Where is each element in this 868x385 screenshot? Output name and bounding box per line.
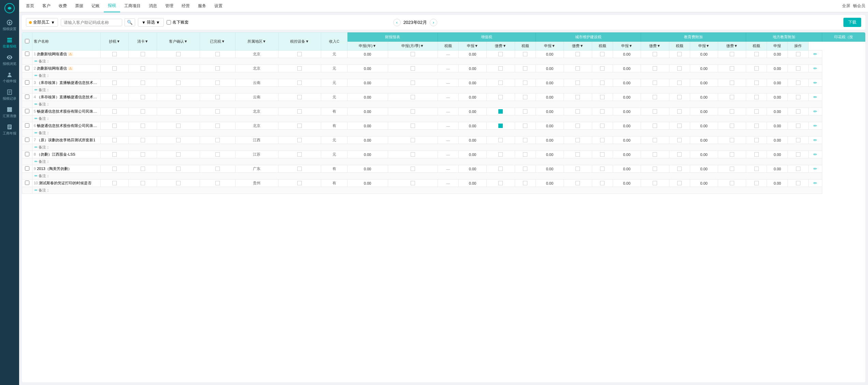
urban-report-cb[interactable] — [575, 95, 580, 99]
note-edit-icon[interactable]: ✏ — [34, 59, 38, 63]
vat-report-cb[interactable] — [498, 181, 503, 185]
confirm-checkbox[interactable] — [176, 124, 181, 128]
edit-icon[interactable]: ✏ — [813, 152, 817, 157]
copy-tax-checkbox[interactable] — [112, 167, 117, 171]
local-report-cb[interactable] — [730, 124, 734, 128]
nav-bookkeeping[interactable]: 记账 — [87, 0, 104, 12]
local-report-cb[interactable] — [730, 181, 734, 185]
row-checkbox[interactable] — [25, 152, 29, 156]
edu-report-cb[interactable] — [653, 124, 657, 128]
local-report-cb[interactable] — [730, 152, 734, 157]
device-checkbox[interactable] — [297, 66, 302, 71]
device-checkbox[interactable] — [297, 109, 302, 114]
vat-pay-cb[interactable] — [523, 124, 527, 128]
local-report-cb[interactable] — [730, 81, 734, 85]
paid-checkbox[interactable] — [215, 138, 220, 142]
local-report-cb[interactable] — [730, 95, 734, 99]
edit-icon[interactable]: ✏ — [813, 80, 817, 85]
clear-card-checkbox[interactable] — [141, 81, 145, 85]
confirm-checkbox[interactable] — [176, 109, 181, 114]
note-edit-icon[interactable]: ✏ — [34, 88, 38, 92]
device-checkbox[interactable] — [297, 81, 302, 85]
nav-customer[interactable]: 客户 — [38, 0, 55, 12]
stamp-report-cb[interactable] — [796, 66, 800, 71]
paid-checkbox[interactable] — [215, 152, 220, 157]
edu-pay-cb[interactable] — [677, 95, 682, 99]
urban-pay-cb[interactable] — [600, 124, 604, 128]
report-year-checkbox[interactable] — [411, 124, 415, 128]
confirm-checkbox[interactable] — [176, 152, 181, 157]
edit-icon[interactable]: ✏ — [813, 66, 817, 71]
local-pay-cb[interactable] — [754, 95, 759, 99]
clear-card-checkbox[interactable] — [141, 95, 145, 99]
name-list-checkbox[interactable] — [167, 20, 171, 25]
sidebar-item-personal-tax[interactable]: 个税申报 — [0, 69, 19, 86]
urban-pay-cb[interactable] — [600, 181, 604, 185]
vat-report-cb[interactable] — [498, 52, 503, 56]
vat-pay-cb[interactable] — [523, 52, 527, 56]
stamp-report-cb[interactable] — [796, 52, 800, 56]
urban-report-cb[interactable] — [575, 81, 580, 85]
urban-pay-cb[interactable] — [600, 66, 604, 71]
report-year-checkbox[interactable] — [411, 109, 415, 114]
local-report-cb[interactable] — [730, 138, 734, 142]
report-year-checkbox[interactable] — [411, 95, 415, 99]
nav-service[interactable]: 服务 — [194, 0, 210, 12]
sidebar-item-batch-tax[interactable]: 批量报税 — [0, 34, 19, 51]
edu-report-cb[interactable] — [653, 167, 657, 171]
stamp-report-cb[interactable] — [796, 81, 800, 85]
row-checkbox[interactable] — [25, 138, 29, 142]
device-checkbox[interactable] — [297, 138, 302, 142]
urban-pay-cb[interactable] — [600, 52, 604, 56]
edu-pay-cb[interactable] — [677, 167, 682, 171]
local-pay-cb[interactable] — [754, 152, 759, 157]
note-edit-icon[interactable]: ✏ — [34, 188, 38, 192]
row-checkbox[interactable] — [25, 66, 29, 70]
stamp-report-cb[interactable] — [796, 167, 800, 171]
row-checkbox[interactable] — [25, 52, 29, 56]
row-checkbox[interactable] — [25, 109, 29, 113]
local-pay-cb[interactable] — [754, 109, 759, 114]
vat-pay-cb[interactable] — [523, 152, 527, 157]
vat-report-cb[interactable] — [498, 138, 503, 142]
edu-pay-cb[interactable] — [677, 124, 682, 128]
device-checkbox[interactable] — [297, 52, 302, 56]
paid-checkbox[interactable] — [215, 181, 220, 185]
edu-report-cb[interactable] — [653, 52, 657, 56]
sidebar-item-browse[interactable]: 报税浏览 — [0, 51, 19, 69]
nav-manage[interactable]: 管理 — [161, 0, 177, 12]
edu-pay-cb[interactable] — [677, 66, 682, 71]
report-year-checkbox[interactable] — [411, 138, 415, 142]
paid-checkbox[interactable] — [215, 81, 220, 85]
filter-button[interactable]: ▼ 筛选 ▼ — [138, 18, 164, 27]
device-checkbox[interactable] — [297, 181, 302, 185]
paid-checkbox[interactable] — [215, 124, 220, 128]
sidebar-item-annual-report[interactable]: 工商年报 — [0, 121, 19, 138]
local-report-cb[interactable] — [730, 66, 734, 71]
edu-pay-cb[interactable] — [677, 181, 682, 185]
stamp-report-cb[interactable] — [796, 152, 800, 157]
urban-pay-cb[interactable] — [600, 109, 604, 114]
vat-pay-cb[interactable] — [523, 181, 527, 185]
copy-tax-checkbox[interactable] — [112, 124, 117, 128]
sidebar-item-tax-settings[interactable]: 报税设置 — [0, 16, 19, 34]
clear-card-checkbox[interactable] — [141, 52, 145, 56]
row-checkbox[interactable] — [25, 181, 29, 185]
edu-report-cb[interactable] — [653, 109, 657, 114]
edit-icon[interactable]: ✏ — [813, 109, 817, 114]
local-report-cb[interactable] — [730, 109, 734, 114]
download-button[interactable]: 下载 — [843, 18, 861, 27]
vat-report-cb[interactable] — [498, 109, 503, 114]
urban-pay-cb[interactable] — [600, 138, 604, 142]
clear-card-checkbox[interactable] — [141, 138, 145, 142]
edu-report-cb[interactable] — [653, 152, 657, 157]
local-pay-cb[interactable] — [754, 167, 759, 171]
vat-report-cb[interactable] — [498, 95, 503, 99]
edu-report-cb[interactable] — [653, 66, 657, 71]
note-edit-icon[interactable]: ✏ — [34, 73, 38, 77]
confirm-checkbox[interactable] — [176, 52, 181, 56]
row-checkbox[interactable] — [25, 95, 29, 99]
edu-report-cb[interactable] — [653, 181, 657, 185]
fullscreen-btn[interactable]: 全屏 — [842, 3, 850, 9]
confirm-checkbox[interactable] — [176, 81, 181, 85]
